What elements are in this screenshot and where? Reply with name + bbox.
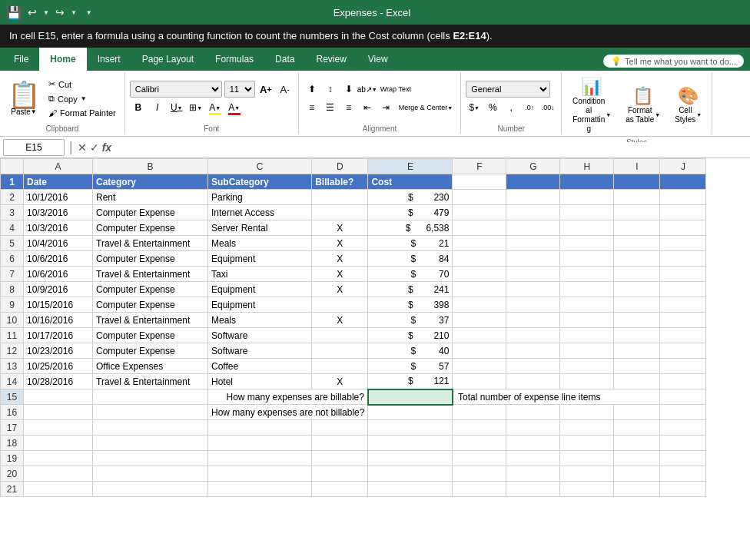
merge-dropdown[interactable]: ▼ [447,105,453,111]
cell-a19[interactable] [24,451,93,466]
confirm-icon[interactable]: ✓ [90,141,99,154]
cell-d8[interactable]: X [312,282,368,297]
cell-f4[interactable] [453,220,506,236]
tab-formulas[interactable]: Formulas [204,48,264,71]
cell-c11[interactable]: Software [208,328,312,343]
cell-g8[interactable] [506,282,560,297]
cell-d6[interactable]: X [312,251,368,267]
row-13-header[interactable]: 13 [1,359,24,374]
cell-styles-button[interactable]: 🎨 Cell Styles ▼ [669,83,707,128]
undo-dropdown[interactable]: ▼ [43,9,49,16]
cell-j10[interactable] [660,313,706,328]
cell-b12[interactable]: Computer Expense [93,343,208,359]
paste-dropdown[interactable]: ▼ [31,108,37,115]
cell-g5[interactable] [506,236,560,251]
cell-e4[interactable]: $ 6,538 [368,220,453,236]
cell-e11[interactable]: $ 210 [368,328,453,343]
cell-a5[interactable]: 10/4/2016 [24,236,93,251]
undo-icon[interactable]: ↩ [28,6,37,18]
cell-j4[interactable] [660,220,706,236]
wrap-text-button[interactable]: Wrap Text [377,81,414,98]
format-painter-button[interactable]: 🖌 Format Painter [45,107,120,119]
row-7-header[interactable]: 7 [1,267,24,282]
cell-b11[interactable]: Computer Expense [93,328,208,343]
cell-e2[interactable]: $ 230 [368,190,453,205]
cell-f15[interactable]: Total number of expense line items [453,389,660,405]
indent-dec-button[interactable]: ⇤ [359,99,376,116]
cell-i13[interactable] [614,359,660,374]
cell-h8[interactable] [560,282,614,297]
tab-insert[interactable]: Insert [87,48,131,71]
cell-h9[interactable] [560,297,614,313]
cell-j7[interactable] [660,267,706,282]
row-16-header[interactable]: 16 [1,405,24,420]
row-17-header[interactable]: 17 [1,420,24,436]
cell-g6[interactable] [506,251,560,267]
tab-file[interactable]: File [3,48,39,71]
cell-d9[interactable] [312,297,368,313]
copy-button[interactable]: ⧉ Copy ▼ [45,92,120,105]
row-20-header[interactable]: 20 [1,466,24,482]
tab-data[interactable]: Data [264,48,305,71]
cell-i4[interactable] [614,220,660,236]
row-15-header[interactable]: 15 [1,389,24,405]
cell-e15[interactable] [368,389,453,405]
dec-inc-button[interactable]: .0↑ [521,99,538,116]
cell-j12[interactable] [660,343,706,359]
function-icon[interactable]: fx [102,141,111,154]
col-i-header[interactable]: I [614,159,660,174]
cell-d3[interactable] [312,205,368,220]
cell-j13[interactable] [660,359,706,374]
copy-dropdown[interactable]: ▼ [81,95,87,102]
redo-dropdown[interactable]: ▼ [71,9,77,16]
col-d-header[interactable]: D [312,159,368,174]
redo-icon[interactable]: ↪ [55,6,65,18]
cell-c14[interactable]: Hotel [208,374,312,389]
underline-dropdown[interactable]: ▼ [178,105,183,111]
number-format-select[interactable]: General [466,81,550,98]
cell-f11[interactable] [453,328,506,343]
cell-f6[interactable] [453,251,506,267]
merge-center-button[interactable]: Merge & Center ▼ [396,99,456,116]
cell-d10[interactable]: X [312,313,368,328]
cell-a4[interactable]: 10/3/2016 [24,220,93,236]
cell-d4[interactable]: X [312,220,368,236]
cell-g16[interactable] [506,405,560,420]
cell-j11[interactable] [660,328,706,343]
cell-i14[interactable] [614,374,660,389]
cut-button[interactable]: ✂ Cut [45,78,120,91]
align-right-button[interactable]: ≡ [340,99,357,116]
cell-f3[interactable] [453,205,506,220]
cell-j2[interactable] [660,190,706,205]
cell-e10[interactable]: $ 37 [368,313,453,328]
cell-c2[interactable]: Parking [208,190,312,205]
row-1-header[interactable]: 1 [1,174,24,190]
cell-b4[interactable]: Computer Expense [93,220,208,236]
cell-c8[interactable]: Equipment [208,282,312,297]
cell-a7[interactable]: 10/6/2016 [24,267,93,282]
font-color-dropdown[interactable]: ▼ [234,105,240,111]
cell-g11[interactable] [506,328,560,343]
cell-c15[interactable]: How many expenses are billable? [208,389,368,405]
cell-d14[interactable]: X [312,374,368,389]
cell-a2[interactable]: 10/1/2016 [24,190,93,205]
text-orient-button[interactable]: ab↗▼ [359,81,376,98]
cell-c1[interactable]: SubCategory [208,174,312,190]
cell-c4[interactable]: Server Rental [208,220,312,236]
cell-f9[interactable] [453,297,506,313]
cell-h3[interactable] [560,205,614,220]
row-5-header[interactable]: 5 [1,236,24,251]
cell-c12[interactable]: Software [208,343,312,359]
save-icon[interactable]: 💾 [6,5,22,20]
col-f-header[interactable]: F [453,159,506,174]
cell-h1[interactable] [560,174,614,190]
tell-me-input[interactable]: 💡 Tell me what you want to do... [603,55,744,68]
cell-f13[interactable] [453,359,506,374]
spreadsheet-container[interactable]: A B C D E F G H I J 1 Date Category SubC… [0,158,750,552]
font-shrink-button[interactable]: A- [277,81,294,98]
cell-g2[interactable] [506,190,560,205]
cell-h4[interactable] [560,220,614,236]
row-14-header[interactable]: 14 [1,374,24,389]
cell-a14[interactable]: 10/28/2016 [24,374,93,389]
cell-j14[interactable] [660,374,706,389]
